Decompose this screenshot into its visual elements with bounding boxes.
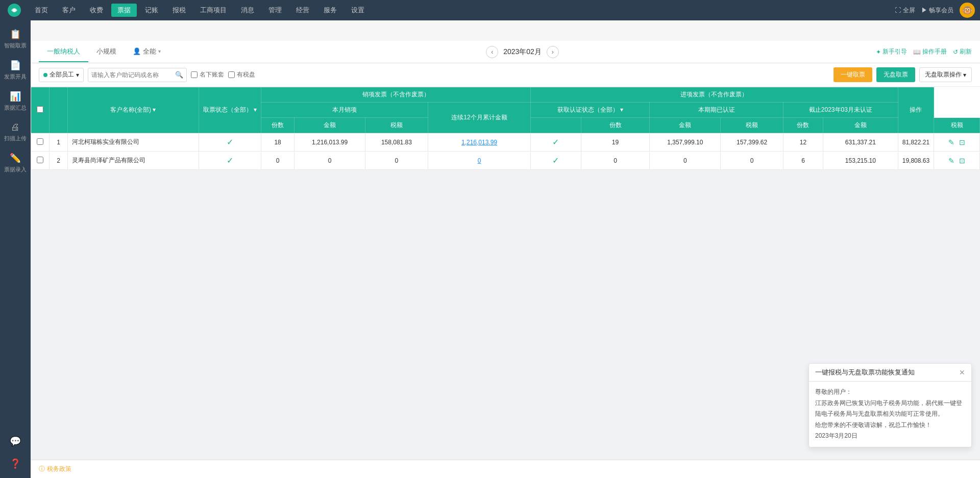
row1-purchase-amount: 1,357,999.10 xyxy=(650,133,721,152)
row1-select[interactable] xyxy=(37,138,43,145)
row1-uncert-amount: 631,337.21 xyxy=(823,133,898,152)
nav-bookkeeping[interactable]: 记账 xyxy=(139,4,164,17)
row1-sales-amount: 1,216,013.99 xyxy=(295,133,365,152)
refresh-btn[interactable]: ↺ 刷新 xyxy=(953,47,972,56)
nav-customer[interactable]: 客户 xyxy=(56,4,82,17)
nav-operation[interactable]: 经营 xyxy=(290,4,315,17)
nav-tax[interactable]: 报税 xyxy=(166,4,192,17)
row2-copy-btn[interactable]: ⊡ xyxy=(959,157,965,165)
row2-sales-copies: 0 xyxy=(261,152,294,170)
row2-uncert-copies: 6 xyxy=(783,152,823,170)
member-btn[interactable]: ▶ 畅享会员 xyxy=(921,6,953,15)
tab-all-dropdown-arrow[interactable]: ▾ xyxy=(158,48,161,54)
sidebar-item-invoice-entry[interactable]: ✏️ 票据录入 xyxy=(2,148,29,178)
nav-manage[interactable]: 管理 xyxy=(262,4,288,17)
row2-actions: ✎ ⊡ xyxy=(934,152,980,170)
scan-upload-icon: 🖨 xyxy=(11,122,20,133)
more-operations-label: 无盘取票操作 xyxy=(925,70,962,79)
th-12month-total: 连续12个月累计金额 xyxy=(428,103,530,133)
nav-message[interactable]: 消息 xyxy=(235,4,260,17)
search-input[interactable] xyxy=(91,71,173,79)
row2-12month[interactable]: 0 xyxy=(428,152,530,170)
tax-policy-link[interactable]: ⓘ 税务政策 xyxy=(39,465,71,473)
sidebar-item-invoice-issue[interactable]: 📄 发票开具 xyxy=(2,56,29,85)
sidebar-label-smart-ticket: 智能取票 xyxy=(4,42,27,49)
th-uncert-amount: 金额 xyxy=(823,118,898,133)
account-filter-label[interactable]: 名下账套 xyxy=(191,70,224,79)
popup-close-btn[interactable]: ✕ xyxy=(959,368,965,376)
row2-checkbox[interactable] xyxy=(31,152,50,170)
svg-point-1 xyxy=(13,9,16,12)
search-box: 🔍 xyxy=(88,68,187,82)
row1-edit-btn[interactable]: ✎ xyxy=(948,138,954,146)
row1-checkbox[interactable] xyxy=(31,133,50,152)
tax-policy-label: 税务政策 xyxy=(47,465,71,473)
one-click-ticket-btn[interactable]: 一键取票 xyxy=(834,67,872,82)
th-certify-status-col[interactable]: 获取认证状态（全部） ▾ xyxy=(531,103,650,118)
employee-filter-label: 全部员工 xyxy=(50,70,74,79)
row2-sales-amount: 0 xyxy=(295,152,365,170)
sidebar-item-scan-upload[interactable]: 🖨 扫描上传 xyxy=(2,118,29,146)
more-operations-btn[interactable]: 无盘取票操作 ▾ xyxy=(919,67,972,82)
avatar[interactable]: 🐵 xyxy=(960,3,975,18)
th-take-status[interactable]: 取票状态（全部） ▾ xyxy=(199,87,261,133)
search-icon[interactable]: 🔍 xyxy=(175,71,183,79)
sidebar-item-smart-ticket[interactable]: 📋 智能取票 xyxy=(2,24,29,54)
nav-invoice[interactable]: 票据 xyxy=(111,4,137,17)
tax-disk-filter-text: 有税盘 xyxy=(237,70,255,79)
row1-copy-btn[interactable]: ⊡ xyxy=(959,138,965,146)
employee-filter[interactable]: 全部员工 ▾ xyxy=(39,68,84,82)
tab-all[interactable]: 👤 全能 ▾ xyxy=(125,42,169,62)
toolbar-right: 一键取票 无盘取票 无盘取票操作 ▾ xyxy=(834,67,972,82)
smart-ticket-icon: 📋 xyxy=(10,29,21,40)
th-uncert-tax: 税额 xyxy=(934,118,980,133)
th-certify-icon xyxy=(531,118,581,133)
certify-filter-icon: ▾ xyxy=(620,106,623,113)
manual-btn[interactable]: 📖 操作手册 xyxy=(913,47,947,56)
tab-all-icon: 👤 xyxy=(133,47,141,55)
popup-header: 一键报税与无盘取票功能恢复通知 ✕ xyxy=(809,364,971,382)
account-filter-text: 名下账套 xyxy=(200,70,224,79)
no-disk-ticket-btn[interactable]: 无盘取票 xyxy=(876,67,915,82)
nav-fee[interactable]: 收费 xyxy=(84,4,109,17)
row2-12month-link[interactable]: 0 xyxy=(478,157,481,164)
tax-disk-filter-label[interactable]: 有税盘 xyxy=(228,70,255,79)
sidebar-item-invoice-summary[interactable]: 📊 票据汇总 xyxy=(2,87,29,116)
table-row: 2 灵寿县尚泽矿产品有限公司 ✓ 0 0 0 0 ✓ 0 0 0 6 153,2… xyxy=(31,152,980,170)
th-customer-name[interactable]: 客户名称(全部) ▾ xyxy=(68,87,199,133)
account-checkbox[interactable] xyxy=(191,71,198,78)
row1-12month[interactable]: 1,216,013.99 xyxy=(428,133,530,152)
new-guide-btn[interactable]: ✦ 新手引导 xyxy=(876,47,907,56)
sidebar-help-btn[interactable]: ❓ xyxy=(6,455,24,473)
popup-body: 尊敬的用户： 江苏政务网已恢复访问电子税务局功能，易代账一键登陆电子税务局与无盘… xyxy=(809,382,971,447)
row1-12month-link[interactable]: 1,216,013.99 xyxy=(461,139,497,146)
period-label: 2023年02月 xyxy=(503,47,542,57)
select-all-checkbox[interactable] xyxy=(37,106,43,113)
fullscreen-btn[interactable]: ⛶ 全屏 xyxy=(895,6,915,15)
tab-small-scale[interactable]: 小规模 xyxy=(88,42,125,62)
row2-uncert-amount: 153,215.10 xyxy=(823,152,898,170)
row2-edit-btn[interactable]: ✎ xyxy=(948,157,954,165)
row1-customer-name: 河北柯瑞栋实业有限公司 xyxy=(68,133,199,152)
tab-bar: 一般纳税人 小规模 👤 全能 ▾ ‹ 2023年02月 › ✦ 新手引导 📖 操… xyxy=(31,41,980,63)
sidebar-chat-btn[interactable]: 💬 xyxy=(6,432,24,450)
period-prev-btn[interactable]: ‹ xyxy=(486,46,498,58)
row2-purchase-copies: 0 xyxy=(581,152,650,170)
row2-uncert-tax: 19,808.63 xyxy=(898,152,934,170)
popup-body-text: 尊敬的用户： 江苏政务网已恢复访问电子税务局功能，易代账一键登陆电子税务局与无盘… xyxy=(815,387,965,442)
th-purchase-copies: 份数 xyxy=(581,118,650,133)
row2-select[interactable] xyxy=(37,157,43,163)
tax-disk-checkbox[interactable] xyxy=(228,71,235,78)
period-next-btn[interactable]: › xyxy=(547,46,559,58)
tab-general-taxpayer[interactable]: 一般纳税人 xyxy=(39,42,88,62)
take-status-filter-icon: ▾ xyxy=(254,106,257,113)
certify-check-icon: ✓ xyxy=(552,138,559,146)
row1-sales-copies: 18 xyxy=(261,133,294,152)
sidebar-label-invoice-issue: 发票开具 xyxy=(4,73,27,81)
nav-business[interactable]: 工商项目 xyxy=(194,4,233,17)
nav-home[interactable]: 首页 xyxy=(29,4,54,17)
nav-service[interactable]: 服务 xyxy=(317,4,343,17)
filter-dot xyxy=(43,73,47,77)
nav-settings[interactable]: 设置 xyxy=(345,4,371,17)
toolbar: 全部员工 ▾ 🔍 名下账套 有税盘 一键取票 无盘取票 无盘取票操作 ▾ xyxy=(31,63,980,87)
